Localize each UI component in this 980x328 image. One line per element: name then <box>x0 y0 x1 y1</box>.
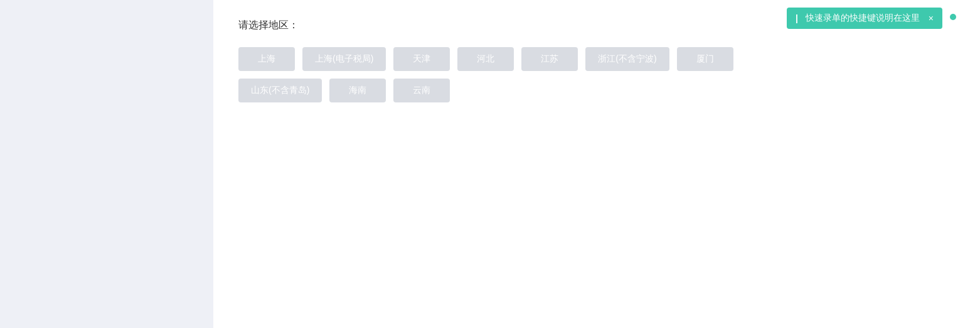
region-button-hebei[interactable]: 河北 <box>457 47 514 71</box>
region-buttons-row-1: 上海上海(电子税局)天津河北江苏浙江(不含宁波)厦门 <box>238 47 955 71</box>
region-button-xiamen[interactable]: 厦门 <box>677 47 733 71</box>
tooltip-dot <box>950 14 956 20</box>
left-sidebar <box>0 0 213 328</box>
region-button-hainan[interactable]: 海南 <box>329 79 386 102</box>
region-button-shandong[interactable]: 山东(不含青岛) <box>238 79 322 102</box>
tooltip-banner: 快速录单的快捷键说明在这里 × <box>787 8 942 29</box>
tooltip-close-button[interactable]: × <box>929 13 934 23</box>
region-button-yunnan[interactable]: 云南 <box>393 79 450 102</box>
region-button-shanghai-etax[interactable]: 上海(电子税局) <box>302 47 386 71</box>
region-button-zhejiang[interactable]: 浙江(不含宁波) <box>585 47 669 71</box>
region-button-shanghai[interactable]: 上海 <box>238 47 295 71</box>
tooltip-text: 快速录单的快捷键说明在这里 <box>806 13 920 24</box>
region-button-jiangsu[interactable]: 江苏 <box>521 47 578 71</box>
main-content: 请选择地区： 上海上海(电子税局)天津河北江苏浙江(不含宁波)厦门 山东(不含青… <box>213 0 980 328</box>
region-button-tianjin[interactable]: 天津 <box>393 47 450 71</box>
region-buttons-row-2: 山东(不含青岛)海南云南 <box>238 79 955 102</box>
